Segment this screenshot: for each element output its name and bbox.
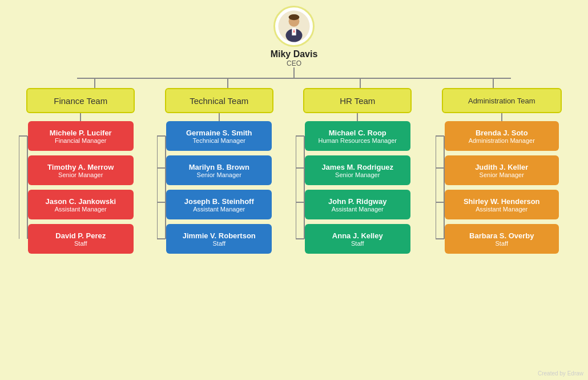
- team-finance: Finance Team Michele P. Lucifer Financia…: [18, 88, 143, 254]
- technical-staff-list: Germaine S. Smith Technical Manager Mari…: [166, 121, 272, 254]
- ceo-section: Miky Davis CEO: [271, 6, 318, 67]
- staff-card: Michele P. Lucifer Financial Manager: [28, 121, 134, 151]
- staff-card: Michael C. Roop Human Resources Manager: [305, 121, 410, 151]
- finance-staff-list: Michele P. Lucifer Financial Manager Tim…: [28, 121, 134, 254]
- staff-card: Jason C. Jankowski Assistant Manager: [28, 190, 134, 219]
- bracket-svg-technical: [157, 121, 166, 254]
- v-line-finance: [80, 113, 81, 121]
- staff-card: Anna J. Kelley Staff: [305, 224, 410, 254]
- hr-bracket: Michael C. Roop Human Resources Manager …: [305, 121, 410, 254]
- team-finance-header: Finance Team: [26, 88, 135, 113]
- staff-card: Judith J. Keller Senior Manager: [445, 155, 559, 185]
- drop-finance: [94, 79, 95, 88]
- h-drops: [77, 79, 511, 88]
- team-admin-header: Administration Team: [442, 88, 562, 113]
- staff-card: Germaine S. Smith Technical Manager: [166, 121, 272, 151]
- staff-card: John P. Ridgway Assistant Manager: [305, 190, 410, 219]
- bracket-svg-finance: [19, 121, 28, 254]
- ceo-name: Miky Davis: [271, 49, 318, 59]
- h-bar: [77, 78, 511, 79]
- staff-card: Brenda J. Soto Administration Manager: [445, 121, 559, 151]
- staff-card: David P. Perez Staff: [28, 224, 134, 254]
- team-technical: Technical Team Germaine S. Smith Technic…: [156, 88, 282, 254]
- ceo-title: CEO: [287, 59, 301, 67]
- team-technical-header: Technical Team: [165, 88, 273, 113]
- ceo-vertical-line: [293, 67, 295, 78]
- staff-card: Timothy A. Merrow Senior Manager: [28, 155, 134, 185]
- bracket-svg-hr: [296, 121, 305, 254]
- ceo-avatar: [273, 6, 315, 47]
- v-line-technical: [219, 113, 220, 121]
- team-hr-header: HR Team: [303, 88, 412, 113]
- staff-card: Joseph B. Steinhoff Assistant Manager: [166, 190, 272, 219]
- bracket-svg-admin: [436, 121, 445, 254]
- staff-card: Shirley W. Henderson Assistant Manager: [445, 190, 559, 219]
- team-hr: HR Team Michael C. Roop Human Resources …: [295, 88, 420, 254]
- teams-row: Finance Team Michele P. Lucifer Financia…: [11, 88, 577, 254]
- watermark: Created by Edraw: [538, 370, 583, 377]
- admin-staff-list: Brenda J. Soto Administration Manager Ju…: [445, 121, 559, 254]
- org-chart: Miky Davis CEO Finance Team: [0, 0, 588, 380]
- drop-admin: [493, 79, 494, 88]
- staff-card: Barbara S. Overby Staff: [445, 224, 559, 254]
- finance-bracket: Michele P. Lucifer Financial Manager Tim…: [28, 121, 134, 254]
- admin-bracket: Brenda J. Soto Administration Manager Ju…: [445, 121, 559, 254]
- v-line-admin: [501, 113, 502, 121]
- drop-technical: [227, 79, 228, 88]
- hr-staff-list: Michael C. Roop Human Resources Manager …: [305, 121, 410, 254]
- staff-card: Jimmie V. Robertson Staff: [166, 224, 272, 254]
- svg-point-5: [289, 14, 300, 20]
- v-line-hr: [357, 113, 358, 121]
- team-admin: Administration Team Brenda J. Soto Admin…: [433, 88, 570, 254]
- technical-bracket: Germaine S. Smith Technical Manager Mari…: [166, 121, 272, 254]
- drop-hr: [360, 79, 361, 88]
- h-bar-container: [49, 78, 539, 88]
- staff-card: Marilyn B. Brown Senior Manager: [166, 155, 272, 185]
- staff-card: James M. Rodriguez Senior Manager: [305, 155, 410, 185]
